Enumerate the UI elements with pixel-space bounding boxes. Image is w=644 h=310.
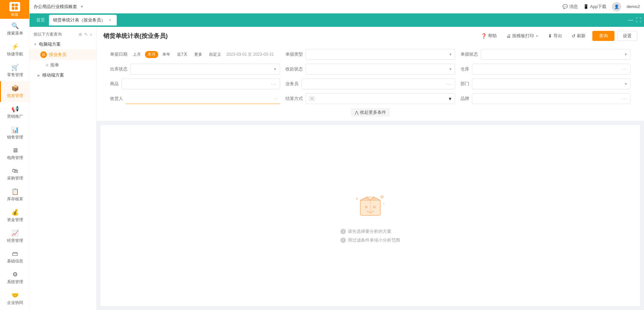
date-tabs: 上月 本月 本年 近7天 更多 自定义 [130, 51, 224, 58]
salesperson-control[interactable]: ··· [301, 79, 455, 89]
consignee-control[interactable]: ··· [126, 93, 280, 104]
svg-point-9 [383, 203, 384, 204]
tab-salesperson-report[interactable]: 销货单统计表（按业务员） × [49, 15, 117, 25]
department-control[interactable]: ▼ [472, 79, 631, 89]
sidebar-item-retail[interactable]: 🛒 零售管理 [0, 60, 30, 81]
hint-item-1: 1 请先选择要分析的方案 [340, 227, 400, 236]
user-name: demo2 [627, 4, 640, 9]
scheme-order[interactable]: ≡ 按单 [30, 60, 96, 70]
sidebar-label-marketing: 营销推广 [7, 114, 23, 119]
brand-dots: ··· [622, 96, 628, 101]
filter-payment-status: 收款状态 ▼ [285, 64, 455, 74]
doc-type-control[interactable]: ▼ [306, 49, 455, 60]
settings-button[interactable]: 设置 [617, 31, 637, 41]
collapse-panel-button[interactable]: « [90, 32, 92, 37]
edit-scheme-button[interactable]: ✎ [84, 32, 88, 37]
sidebar-item-purchase[interactable]: 🛍 采购管理 [0, 164, 30, 185]
topbar-dropdown-arrow[interactable]: ▼ [80, 4, 84, 9]
help-button[interactable]: ❓ 帮助 [478, 32, 499, 40]
mobile-section[interactable]: ▶ 移动端方案 [30, 70, 96, 80]
topbar: 办公用品行业模拟账套 ▼ 💬 消息 📱 App下载 👤 demo2 [30, 0, 644, 13]
add-scheme-button[interactable]: ⊕ [78, 32, 82, 37]
date-tab-this-year[interactable]: 本年 [160, 51, 173, 58]
sidebar-item-inventory[interactable]: 📋 库存核算 [0, 185, 30, 205]
payment-status-arrow: ▼ [448, 67, 452, 71]
sidebar-label-enterprise: 企业协同 [7, 300, 23, 306]
date-tab-last-7days[interactable]: 近7天 [174, 51, 190, 58]
svg-rect-0 [12, 4, 14, 6]
order-icon: ≡ [46, 62, 48, 68]
search-icon: 🔍 [11, 22, 19, 30]
sidebar-item-ecommerce[interactable]: 🖥 电商管理 [0, 144, 30, 164]
doc-status-control[interactable]: ▼ [481, 49, 631, 60]
tab-active-label: 销货单统计表（按业务员） [53, 17, 105, 23]
sidebar-item-search[interactable]: 🔍 搜索菜单 [0, 19, 30, 40]
export-button[interactable]: ⬇ 导出 [545, 32, 565, 40]
left-panel: 按以下方案查询 ⊕ ✎ « ▼ 电脑端方案 按 按业务员 ≡ 按单 ▶ [30, 27, 97, 310]
sidebar-item-shortcut[interactable]: ⚡ 快捷导航 [0, 40, 30, 60]
avatar[interactable]: 👤 [612, 2, 621, 11]
right-panel: 销货单统计表(按业务员) ❓ 帮助 🖨 按模板打印 ▼ ⬇ [97, 27, 644, 310]
settlement-control[interactable]: × ▼ [306, 93, 455, 104]
sidebar-item-system[interactable]: ⚙ 系统管理 [0, 267, 30, 288]
tab-close-button[interactable]: × [107, 17, 113, 23]
page-actions: ❓ 帮助 🖨 按模板打印 ▼ ⬇ 导出 ↺ [478, 31, 637, 41]
sidebar-label-retail: 零售管理 [7, 72, 23, 78]
stock-status-control[interactable]: ▼ [130, 64, 280, 74]
sidebar-item-enterprise[interactable]: 🤝 企业协同 [0, 288, 30, 309]
svg-rect-3 [15, 7, 18, 10]
desktop-section-label: 电脑端方案 [39, 41, 61, 47]
template-print-button[interactable]: 🖨 按模板打印 ▼ [503, 32, 541, 40]
warehouse-control[interactable]: ··· [472, 64, 631, 74]
filter-goods: 商品 ··· [110, 79, 280, 89]
payment-status-control[interactable]: ▼ [306, 64, 455, 74]
query-button[interactable]: 查询 [592, 31, 614, 41]
date-tab-custom[interactable]: 自定义 [206, 51, 224, 58]
sidebar-item-finance[interactable]: 💰 资金管理 [0, 205, 30, 226]
refresh-label: 刷新 [577, 33, 586, 39]
wholesale-icon: 📦 [11, 85, 19, 92]
doc-status-arrow: ▼ [624, 52, 628, 56]
message-button[interactable]: 💬 消息 [562, 4, 578, 10]
sidebar-item-basic[interactable]: 🗃 基础信息 [0, 247, 30, 267]
department-arrow: ▼ [624, 82, 628, 86]
scheme-salesperson[interactable]: 按 按业务员 [30, 49, 96, 60]
content-area: 按以下方案查询 ⊕ ✎ « ▼ 电脑端方案 按 按业务员 ≡ 按单 ▶ [30, 27, 644, 310]
refresh-button[interactable]: ↺ 刷新 [569, 32, 588, 40]
desktop-arrow: ▼ [34, 43, 37, 46]
date-tab-more[interactable]: 更多 [192, 51, 205, 58]
tab-maximize-button[interactable]: ⛶ [636, 17, 641, 23]
collapse-button[interactable]: ⋀ 收起更多条件 [351, 108, 390, 117]
app-download-label: App下载 [590, 4, 606, 10]
tab-home[interactable]: 首页 [32, 15, 49, 25]
filter-doc-type: 单据类型 ▼ [285, 49, 455, 60]
salesperson-dots: ··· [446, 81, 452, 87]
sidebar-item-marketing[interactable]: 📢 营销推广 [0, 102, 30, 123]
date-tab-last-month[interactable]: 上月 [130, 51, 144, 58]
scheme-salesperson-label: 按业务员 [49, 52, 66, 58]
sidebar-item-sales[interactable]: 📊 销售管理 [0, 123, 30, 144]
brand-control[interactable]: ··· [472, 93, 631, 104]
tab-minimize-button[interactable]: — [628, 17, 633, 23]
content-body: 1 请先选择要分析的方案 2 用过滤条件来缩小分析范围 [97, 121, 644, 310]
date-control: 上月 本月 本年 近7天 更多 自定义 2023-03-01 至 2023-03… [130, 49, 280, 60]
left-panel-header: 按以下方案查询 ⊕ ✎ « [30, 30, 96, 39]
collapse-icon: ⋀ [355, 110, 359, 115]
date-tab-this-month[interactable]: 本月 [145, 51, 158, 58]
desktop-section[interactable]: ▼ 电脑端方案 [30, 39, 96, 49]
scheme-salesperson-icon: 按 [40, 51, 47, 58]
page-title: 销货单统计表(按业务员) [103, 32, 168, 40]
hint-item-2: 2 用过滤条件来缩小分析范围 [340, 236, 400, 245]
sidebar-item-operation[interactable]: 📈 经营管理 [0, 226, 30, 247]
settlement-arrow: ▼ [448, 96, 452, 101]
sidebar-item-wholesale[interactable]: 📦 批发管理 [0, 81, 30, 102]
scheme-actions: ⊕ ✎ « [78, 32, 92, 37]
app-download-button[interactable]: 📱 App下载 [583, 4, 606, 10]
logo-icon [9, 2, 20, 11]
system-icon: ⚙ [12, 271, 18, 278]
brand-label: 品牌 [461, 96, 469, 102]
goods-control[interactable]: ··· [121, 79, 280, 89]
settlement-clear-button[interactable]: × [311, 96, 313, 101]
stock-status-label: 出库状态 [110, 66, 127, 72]
sidebar-label-purchase: 采购管理 [7, 175, 23, 181]
